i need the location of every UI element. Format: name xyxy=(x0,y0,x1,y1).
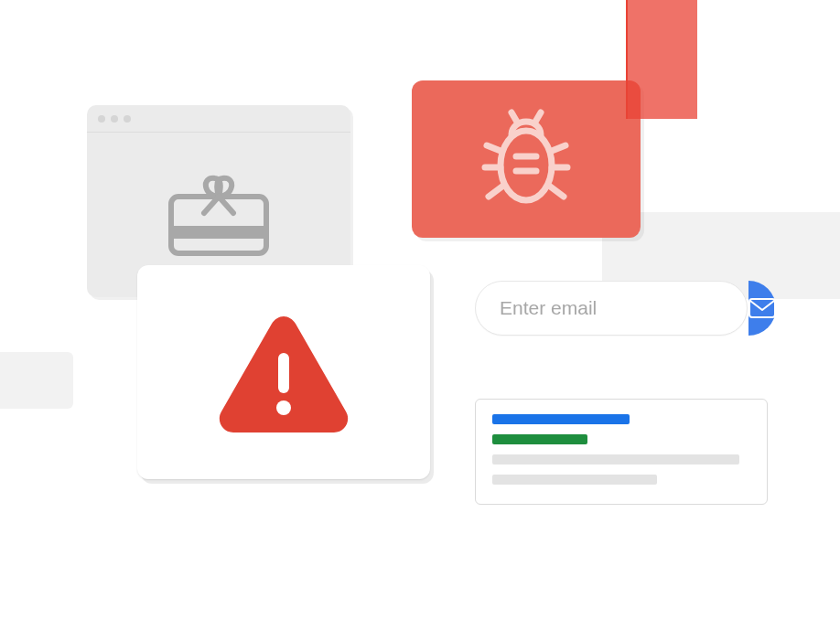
warning-card xyxy=(137,265,430,479)
traffic-light-dot xyxy=(124,115,131,123)
svg-point-4 xyxy=(501,131,552,200)
result-snippet-bar xyxy=(492,454,739,464)
svg-rect-1 xyxy=(171,226,266,239)
result-url-bar xyxy=(492,434,587,444)
warning-triangle-icon xyxy=(215,311,352,434)
result-snippet-bar xyxy=(492,475,657,485)
bug-icon xyxy=(481,109,571,209)
window-titlebar xyxy=(87,105,350,133)
svg-rect-2 xyxy=(278,353,289,393)
svg-rect-0 xyxy=(171,197,266,253)
decorative-slab-left xyxy=(0,352,73,409)
email-field[interactable] xyxy=(476,297,748,319)
gift-card-icon xyxy=(164,169,274,261)
email-capture-bar xyxy=(475,281,748,336)
threat-scan-overlay xyxy=(626,0,727,119)
search-result-card xyxy=(475,399,768,505)
traffic-light-dot xyxy=(111,115,118,123)
result-title-bar xyxy=(492,414,630,424)
svg-point-3 xyxy=(276,400,291,415)
svg-rect-7 xyxy=(749,299,775,317)
malware-bug-card xyxy=(412,80,641,238)
envelope-icon xyxy=(748,298,776,318)
traffic-light-dot xyxy=(98,115,105,123)
